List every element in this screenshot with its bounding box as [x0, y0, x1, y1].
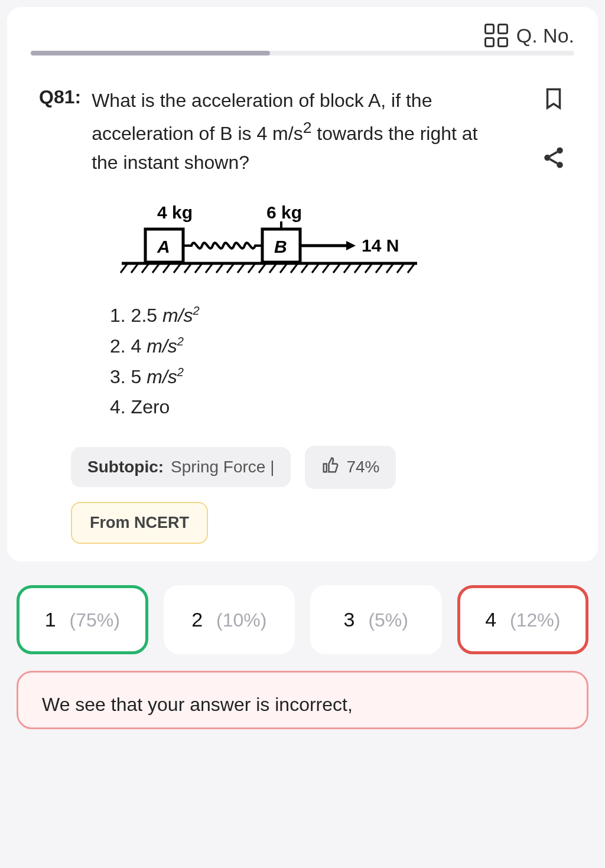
- answer-row: 1 (75%) 2 (10%) 3 (5%) 4 (12%): [0, 569, 605, 659]
- diagram-label-a: A: [157, 237, 170, 256]
- question-diagram: 4 kg 6 kg A B 14 N: [110, 201, 566, 298]
- diagram-label-b: B: [274, 237, 287, 256]
- diagram-mass-a: 4 kg: [157, 203, 193, 222]
- subtopic-chip[interactable]: Subtopic: Spring Force |: [71, 447, 291, 487]
- answer-option-4[interactable]: 4 (12%): [457, 585, 589, 654]
- answer-option-2[interactable]: 2 (10%): [164, 585, 295, 654]
- question-number-jump[interactable]: Q. No.: [484, 24, 574, 47]
- answer-option-1[interactable]: 1 (75%): [17, 585, 148, 654]
- svg-line-3: [550, 152, 557, 156]
- meta-chips: Subtopic: Spring Force | 74%: [39, 423, 566, 489]
- like-chip[interactable]: 74%: [305, 446, 396, 489]
- feedback-text: We see that your answer is incorrect,: [42, 694, 353, 715]
- question-card: Q. No. Q81: What is the acceleration of …: [7, 7, 598, 562]
- svg-point-2: [557, 162, 563, 168]
- ncert-chip[interactable]: From NCERT: [71, 502, 208, 544]
- option-2[interactable]: 2. 4 m/s2: [110, 332, 566, 361]
- option-4[interactable]: 4. Zero: [110, 393, 566, 422]
- q-no-label: Q. No.: [516, 24, 574, 47]
- svg-point-1: [544, 155, 551, 161]
- option-3[interactable]: 3. 5 m/s2: [110, 363, 566, 392]
- feedback-card: We see that your answer is incorrect,: [17, 671, 588, 729]
- thumbs-up-icon: [321, 456, 339, 478]
- question-text: What is the acceleration of block A, if …: [92, 86, 493, 177]
- question-label: Q81:: [39, 86, 81, 177]
- question-actions: [541, 86, 566, 172]
- option-1[interactable]: 1. 2.5 m/s2: [110, 301, 566, 331]
- options-list: 1. 2.5 m/s2 2. 4 m/s2 3. 5 m/s2 4. Zero: [110, 301, 566, 422]
- diagram-mass-b: 6 kg: [266, 203, 302, 222]
- card-header: Q. No.: [7, 7, 598, 53]
- share-icon[interactable]: [541, 145, 566, 172]
- svg-line-4: [550, 159, 557, 164]
- svg-point-0: [557, 148, 563, 154]
- bookmark-icon[interactable]: [541, 86, 566, 113]
- answer-option-3[interactable]: 3 (5%): [310, 585, 442, 654]
- question-body: Q81: What is the acceleration of block A…: [7, 53, 598, 550]
- svg-marker-9: [346, 241, 356, 250]
- grid-icon: [484, 24, 508, 47]
- diagram-force: 14 N: [362, 236, 399, 255]
